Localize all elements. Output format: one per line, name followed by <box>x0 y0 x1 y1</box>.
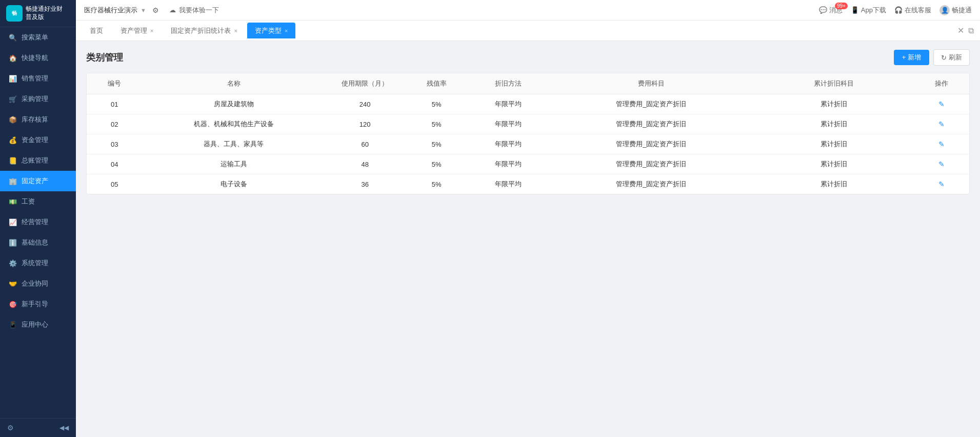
tab-home-label: 首页 <box>90 26 103 35</box>
cell-period-2: 60 <box>325 134 405 154</box>
topbar-online-service[interactable]: 🎧 在线客服 <box>894 6 931 15</box>
message-badge: 99+ <box>835 3 848 9</box>
tab-depreciation[interactable]: 固定资产折旧统计表 × <box>163 23 245 38</box>
cell-accum-4: 累计折旧 <box>754 174 913 194</box>
sidebar-item-fixed-assets[interactable]: 🏢 固定资产 <box>0 171 76 191</box>
tab-restore-icon[interactable]: ⧉ <box>968 26 974 35</box>
tab-asset-mgmt-close[interactable]: × <box>150 28 153 34</box>
purchase-icon: 🛒 <box>8 94 17 104</box>
topbar-message[interactable]: 💬 消息 99+ <box>819 6 843 15</box>
cell-action-2[interactable]: ✎ <box>913 134 969 154</box>
sidebar-item-guide[interactable]: 🎯 新手引导 <box>0 294 76 314</box>
page-header: 类别管理 + 新增 ↻ 刷新 <box>86 49 970 66</box>
col-header-action: 操作 <box>913 73 969 94</box>
refresh-button[interactable]: ↻ 刷新 <box>933 49 970 66</box>
cell-accum-3: 累计折旧 <box>754 154 913 174</box>
enterprise-label: 企业协同 <box>22 279 48 288</box>
cell-action-0[interactable]: ✎ <box>913 94 969 114</box>
topbar: 医疗器械行业演示 ▼ ⚙ ☁ 我要体验一下 💬 消息 99+ 📱 App下载 🎧… <box>76 0 980 21</box>
tabs-bar-right: ✕ ⧉ <box>957 26 974 35</box>
enterprise-icon: 🤝 <box>8 279 17 288</box>
cell-action-1[interactable]: ✎ <box>913 114 969 134</box>
sidebar-item-purchase[interactable]: 🛒 采购管理 <box>0 89 76 109</box>
sidebar-item-salary[interactable]: 💵 工资 <box>0 191 76 212</box>
tab-asset-mgmt-label: 资产管理 <box>121 26 147 35</box>
tab-depreciation-label: 固定资产折旧统计表 <box>171 26 231 35</box>
inventory-label: 库存核算 <box>22 115 48 124</box>
logo-icon: 畅 <box>6 5 23 22</box>
cell-no-4: 05 <box>87 174 143 194</box>
cell-period-1: 120 <box>325 114 405 134</box>
edit-icon-4[interactable]: ✎ <box>938 180 945 188</box>
edit-icon-1[interactable]: ✎ <box>938 120 945 128</box>
sidebar-item-operations[interactable]: 📈 经营管理 <box>0 212 76 232</box>
sidebar-item-quick-nav[interactable]: 🏠 快捷导航 <box>0 48 76 68</box>
cell-action-4[interactable]: ✎ <box>913 174 969 194</box>
edit-icon-2[interactable]: ✎ <box>938 140 945 148</box>
topbar-experience[interactable]: ☁ 我要体验一下 <box>169 6 219 15</box>
company-name: 医疗器械行业演示 <box>84 6 137 15</box>
cell-subject-2: 管理费用_固定资产折旧 <box>548 134 754 154</box>
new-button[interactable]: + 新增 <box>894 50 929 65</box>
guide-label: 新手引导 <box>22 300 48 309</box>
tab-close-all-icon[interactable]: ✕ <box>957 26 964 35</box>
user-icon: 👤 <box>939 5 950 15</box>
topbar-app-download[interactable]: 📱 App下载 <box>851 6 886 15</box>
sidebar-nav: 🔍 搜索菜单 🏠 快捷导航 📊 销售管理 🛒 采购管理 📦 库存核算 💰 资金管… <box>0 27 76 418</box>
tabs-bar: 首页 资产管理 × 固定资产折旧统计表 × 资产类型 × ✕ ⧉ <box>76 21 980 41</box>
tab-asset-type-close[interactable]: × <box>285 28 288 34</box>
cell-action-3[interactable]: ✎ <box>913 154 969 174</box>
capital-icon: 💰 <box>8 135 17 145</box>
sidebar-item-ledger[interactable]: 📒 总账管理 <box>0 150 76 171</box>
tab-asset-type[interactable]: 资产类型 × <box>247 23 295 38</box>
sidebar-item-basic-info[interactable]: ℹ️ 基础信息 <box>0 232 76 253</box>
basic-info-icon: ℹ️ <box>8 238 17 247</box>
sidebar-item-app-center[interactable]: 📱 应用中心 <box>0 314 76 335</box>
cell-accum-1: 累计折旧 <box>754 114 913 134</box>
message-icon: 💬 <box>819 6 827 14</box>
cell-residual-3: 5% <box>405 154 468 174</box>
col-header-period: 使用期限（月） <box>325 73 405 94</box>
sidebar-item-sales[interactable]: 📊 销售管理 <box>0 68 76 89</box>
topbar-company[interactable]: 医疗器械行业演示 ▼ <box>84 6 146 15</box>
cell-accum-2: 累计折旧 <box>754 134 913 154</box>
capital-label: 资金管理 <box>22 135 48 145</box>
cell-residual-4: 5% <box>405 174 468 194</box>
cell-no-0: 01 <box>87 94 143 114</box>
table-row: 03 器具、工具、家具等 60 5% 年限平均 管理费用_固定资产折旧 累计折旧… <box>87 134 969 154</box>
tab-home[interactable]: 首页 <box>82 23 111 38</box>
logo-title: 畅捷通好业财 <box>26 5 63 13</box>
experience-label: 我要体验一下 <box>179 6 219 15</box>
tab-asset-type-label: 资产类型 <box>255 26 282 35</box>
cell-name-4: 电子设备 <box>143 174 326 194</box>
page-title: 类别管理 <box>86 51 123 64</box>
sidebar-item-enterprise[interactable]: 🤝 企业协同 <box>0 273 76 294</box>
cell-name-2: 器具、工具、家具等 <box>143 134 326 154</box>
collapse-icon[interactable]: ◀◀ <box>59 424 69 431</box>
page-content: 类别管理 + 新增 ↻ 刷新 编号 名称 使用期限（月） 残值率 折旧方法 <box>76 41 980 437</box>
col-header-method: 折旧方法 <box>468 73 548 94</box>
cell-name-0: 房屋及建筑物 <box>143 94 326 114</box>
cell-accum-0: 累计折旧 <box>754 94 913 114</box>
settings-icon[interactable]: ⚙ <box>7 424 14 432</box>
data-table: 编号 名称 使用期限（月） 残值率 折旧方法 费用科目 累计折旧科目 操作 01… <box>86 73 970 194</box>
cell-subject-1: 管理费用_固定资产折旧 <box>548 114 754 134</box>
search-icon: 🔍 <box>8 33 17 42</box>
tab-depreciation-close[interactable]: × <box>234 28 237 34</box>
cell-subject-4: 管理费用_固定资产折旧 <box>548 174 754 194</box>
cell-period-3: 48 <box>325 154 405 174</box>
topbar-settings-icon[interactable]: ⚙ <box>152 6 159 14</box>
sidebar-item-inventory[interactable]: 📦 库存核算 <box>0 109 76 130</box>
sidebar-item-system[interactable]: ⚙️ 系统管理 <box>0 253 76 273</box>
sidebar-item-search[interactable]: 🔍 搜索菜单 <box>0 27 76 48</box>
sidebar-item-capital[interactable]: 💰 资金管理 <box>0 130 76 150</box>
topbar-user[interactable]: 👤 畅捷通 <box>939 5 972 15</box>
table-row: 04 运输工具 48 5% 年限平均 管理费用_固定资产折旧 累计折旧 ✎ <box>87 154 969 174</box>
tab-asset-mgmt[interactable]: 资产管理 × <box>113 23 161 38</box>
cell-no-2: 03 <box>87 134 143 154</box>
salary-label: 工资 <box>22 197 35 206</box>
edit-icon-3[interactable]: ✎ <box>938 160 945 168</box>
fixed-assets-icon: 🏢 <box>8 176 17 186</box>
edit-icon-0[interactable]: ✎ <box>938 100 945 108</box>
service-icon: 🎧 <box>894 6 903 14</box>
